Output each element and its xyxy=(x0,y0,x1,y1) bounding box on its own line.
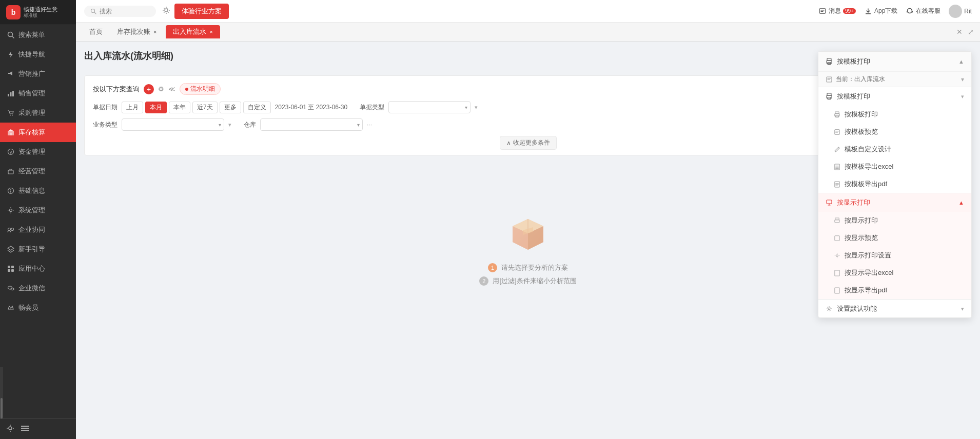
pdf-icon xyxy=(834,181,840,188)
window-close-btn[interactable]: ✕ xyxy=(956,28,963,36)
filter-warehouse-item: 仓库 ··· xyxy=(244,118,372,131)
message-btn[interactable]: 消息 99+ xyxy=(818,7,856,15)
sidebar-item-app-center[interactable]: 应用中心 xyxy=(0,259,76,278)
date-btn-custom[interactable]: 自定义 xyxy=(243,102,271,113)
tab-inventory-batch[interactable]: 库存批次账 × xyxy=(110,25,164,38)
dropdown-item-display-export-excel[interactable]: 按显示导出excel xyxy=(818,264,971,282)
svg-rect-52 xyxy=(827,93,831,95)
sidebar-item-new-guide[interactable]: 新手引导 xyxy=(0,240,76,259)
sidebar-search[interactable]: 搜索菜单 xyxy=(0,25,76,45)
dropdown-item-display-print-settings[interactable]: 按显示打印设置 xyxy=(818,247,971,264)
sidebar-nav: 快捷导航 营销推广 销售管理 采购管理 库存核算 ¥ 资金管理 经 xyxy=(0,45,76,367)
doc-type-chevron[interactable]: ▾ xyxy=(475,104,478,111)
sidebar-item-operations[interactable]: 经营管理 xyxy=(0,162,76,181)
date-btn-this-month[interactable]: 本月 xyxy=(145,102,167,113)
preview-icon xyxy=(834,129,840,135)
dropdown-template-header[interactable]: 按模板打印 ▾ xyxy=(818,87,971,106)
svg-rect-20 xyxy=(8,266,10,268)
sidebar-item-system[interactable]: 系统管理 xyxy=(0,201,76,220)
dropdown-item-display-print[interactable]: 按显示打印 xyxy=(818,212,971,229)
sidebar-item-quick-nav[interactable]: 快捷导航 xyxy=(0,45,76,64)
date-btn-more[interactable]: 更多 xyxy=(220,102,241,113)
sidebar-scroll-thumb[interactable] xyxy=(1,398,3,418)
svg-rect-34 xyxy=(819,9,826,13)
filter-settings-icon[interactable]: ⚙ xyxy=(158,85,164,93)
sub-display-pdf-icon xyxy=(834,287,840,294)
business-type-chevron[interactable]: ▾ xyxy=(228,122,231,128)
dropdown-display-header[interactable]: 按显示打印 ▲ xyxy=(818,193,971,212)
svg-rect-21 xyxy=(11,266,14,268)
dropdown-item-display-export-pdf[interactable]: 按显示导出pdf xyxy=(818,282,971,299)
svg-rect-3 xyxy=(8,94,9,96)
sidebar-item-purchase[interactable]: 采购管理 xyxy=(0,103,76,123)
industry-solution-btn[interactable]: 体验行业方案 xyxy=(174,4,229,19)
app-download-btn[interactable]: App下载 xyxy=(864,7,897,15)
dropdown-current: 当前：出入库流水 ▾ xyxy=(818,72,971,87)
tab-home[interactable]: 首页 xyxy=(84,25,108,38)
sidebar-item-marketing[interactable]: 营销推广 xyxy=(0,64,76,84)
dropdown-group-template: 按模板打印 ▾ 按模板打印 按模板预览 模板自定义设计 按模板导出excel 按… xyxy=(818,87,971,193)
date-btn-7days[interactable]: 近7天 xyxy=(192,102,218,113)
collapse-conditions-btn[interactable]: ∧ 收起更多条件 xyxy=(500,136,557,150)
sidebar-item-membership[interactable]: 畅会员 xyxy=(0,298,76,317)
svg-rect-22 xyxy=(8,269,10,272)
sidebar-item-enterprise-wechat[interactable]: 企业微信 xyxy=(0,278,76,298)
svg-rect-10 xyxy=(10,133,12,135)
svg-point-17 xyxy=(10,209,12,212)
filter-type-tag: 流水明细 xyxy=(180,83,221,95)
sub-display-preview-icon xyxy=(834,235,840,242)
tab-inout-flow[interactable]: 出入库流水 × xyxy=(166,25,220,38)
svg-point-18 xyxy=(8,228,11,231)
dropdown-collapse-btn[interactable]: ▲ xyxy=(958,58,964,65)
sidebar-item-inventory[interactable]: 库存核算 xyxy=(0,123,76,142)
topbar-search-icon xyxy=(90,8,96,14)
sidebar-item-base-info[interactable]: 基础信息 xyxy=(0,181,76,201)
doc-type-select[interactable] xyxy=(388,101,471,113)
dropdown-footer-default[interactable]: 设置默认功能 ▾ xyxy=(818,300,971,317)
topbar-gear-btn[interactable] xyxy=(162,6,170,16)
warehouse-more-btn[interactable]: ··· xyxy=(367,121,372,128)
svg-marker-9 xyxy=(8,129,14,131)
sidebar-item-enterprise-collab[interactable]: 企业协同 xyxy=(0,220,76,240)
business-type-select[interactable] xyxy=(122,118,224,131)
current-template-icon xyxy=(826,76,833,83)
date-btn-this-year[interactable]: 本年 xyxy=(169,102,190,113)
dropdown-item-template-custom[interactable]: 模板自定义设计 xyxy=(818,141,971,158)
dropdown-item-template-preview[interactable]: 按模板预览 xyxy=(818,123,971,141)
sidebar-item-sales[interactable]: 销售管理 xyxy=(0,84,76,103)
dropdown-item-template-export-excel[interactable]: 按模板导出excel xyxy=(818,158,971,175)
topbar-search-input[interactable] xyxy=(100,8,141,15)
user-avatar-btn[interactable]: Rit xyxy=(949,5,972,18)
dropdown-item-template-print[interactable]: 按模板打印 xyxy=(818,106,971,123)
avatar xyxy=(949,5,962,18)
tab-close-inout-flow[interactable]: × xyxy=(209,29,212,35)
warehouse-input[interactable] xyxy=(260,118,363,131)
dropdown-header: 按模板打印 ▲ xyxy=(818,52,971,72)
window-expand-btn[interactable]: ⤢ xyxy=(968,28,974,36)
sidebar-item-finance[interactable]: ¥ 资金管理 xyxy=(0,142,76,162)
svg-rect-5 xyxy=(12,91,14,96)
tab-close-inventory-batch[interactable]: × xyxy=(153,29,156,35)
excel-icon xyxy=(834,164,840,170)
dropdown-item-display-preview[interactable]: 按显示预览 xyxy=(818,229,971,247)
filter-collapse-btn[interactable]: ≪ xyxy=(168,85,175,93)
svg-line-32 xyxy=(94,12,96,14)
svg-point-65 xyxy=(836,254,838,256)
online-service-btn[interactable]: 在线客服 xyxy=(906,7,940,15)
download-icon xyxy=(864,7,872,15)
topbar-search-box[interactable] xyxy=(84,6,156,17)
svg-point-15 xyxy=(10,189,11,190)
tab-bar: 首页 库存批次账 × 出入库流水 × xyxy=(76,23,950,41)
date-btn-last-month[interactable]: 上月 xyxy=(122,102,143,113)
sidebar-collapse-btn[interactable] xyxy=(21,424,30,434)
dropdown-item-template-export-pdf[interactable]: 按模板导出pdf xyxy=(818,175,971,193)
svg-marker-2 xyxy=(9,51,13,57)
filter-add-btn[interactable]: + xyxy=(144,84,154,94)
headset-icon xyxy=(906,7,914,15)
dropdown-current-chevron[interactable]: ▾ xyxy=(961,76,964,83)
svg-rect-30 xyxy=(21,430,29,431)
svg-marker-26 xyxy=(8,306,13,309)
printer-icon-2 xyxy=(826,58,833,65)
sidebar-gear-btn[interactable] xyxy=(6,424,14,434)
svg-line-1 xyxy=(12,36,14,38)
